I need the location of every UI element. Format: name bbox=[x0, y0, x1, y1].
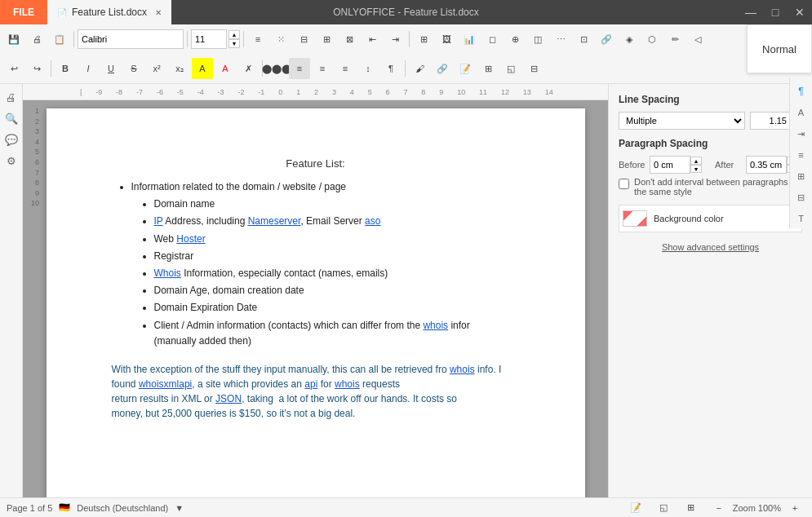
indent-inc[interactable]: ⇥ bbox=[384, 29, 406, 50]
font-color-button[interactable]: A bbox=[215, 58, 236, 79]
link-button[interactable]: 🔗 bbox=[432, 58, 453, 79]
insert-chart[interactable]: 📊 bbox=[459, 29, 480, 50]
font-size-input[interactable] bbox=[191, 29, 227, 49]
doc-tab-close[interactable]: ✕ bbox=[155, 8, 162, 17]
superscript-button[interactable]: x² bbox=[146, 58, 167, 79]
list-button5[interactable]: ⊠ bbox=[339, 29, 360, 50]
whois-link3[interactable]: whois bbox=[335, 378, 360, 390]
status-icon2[interactable]: ◱ bbox=[653, 497, 674, 518]
insert-misc2[interactable]: ◫ bbox=[527, 29, 548, 50]
list-button3[interactable]: ⊟ bbox=[293, 29, 314, 50]
sub-item-3: Web Hoster bbox=[154, 232, 520, 247]
insert-misc1[interactable]: ⊕ bbox=[504, 29, 526, 50]
after-input[interactable] bbox=[746, 156, 787, 174]
whois-link1[interactable]: Whois bbox=[154, 267, 181, 279]
before-up[interactable]: ▲ bbox=[690, 157, 702, 165]
whoisxmlapi-link[interactable]: whoisxmlapi bbox=[139, 378, 192, 390]
insert-misc5[interactable]: 🔗 bbox=[596, 29, 617, 50]
before-input[interactable] bbox=[650, 156, 690, 174]
sub-item-8: Client / Admin information (contacts) wh… bbox=[154, 318, 520, 349]
sidebar-icon-settings[interactable]: ⚙ bbox=[2, 151, 21, 170]
aso-link[interactable]: aso bbox=[365, 215, 380, 227]
underline-button[interactable]: U bbox=[100, 58, 122, 79]
no-interval-checkbox[interactable] bbox=[619, 179, 629, 189]
language-dropdown[interactable]: ▼ bbox=[175, 503, 184, 513]
italic-button[interactable]: I bbox=[78, 58, 99, 79]
right-icon-border[interactable]: ⊞ bbox=[792, 166, 811, 186]
before-label: Before bbox=[619, 160, 643, 170]
close-button[interactable]: ✕ bbox=[788, 0, 812, 24]
copy-style[interactable]: 🖌 bbox=[409, 58, 430, 79]
zoom-in[interactable]: + bbox=[784, 497, 805, 518]
right-icon-columns[interactable]: ⊟ bbox=[792, 188, 811, 207]
ip-link[interactable]: IP bbox=[154, 215, 163, 227]
before-down[interactable]: ▼ bbox=[690, 165, 702, 173]
copy-button[interactable]: 📋 bbox=[49, 29, 70, 50]
insert-misc7[interactable]: ⬡ bbox=[641, 29, 663, 50]
misc-btn2[interactable]: ⊞ bbox=[477, 58, 499, 79]
sidebar-icon-comment[interactable]: 💬 bbox=[2, 130, 21, 149]
title-bar-left: FILE 📄 Feature List.docx ✕ bbox=[0, 0, 171, 24]
api-link[interactable]: api bbox=[304, 378, 317, 390]
right-icon-list[interactable]: ≡ bbox=[792, 145, 811, 165]
insert-shape[interactable]: ◻ bbox=[481, 29, 503, 50]
json-link[interactable]: JSON bbox=[215, 393, 242, 404]
nameserver-link[interactable]: Nameserver bbox=[248, 215, 301, 227]
print-button[interactable]: 🖨 bbox=[26, 29, 47, 50]
advanced-settings-link[interactable]: Show advanced settings bbox=[619, 239, 802, 255]
clear-format-button[interactable]: ✗ bbox=[237, 58, 259, 79]
file-tab[interactable]: FILE bbox=[0, 0, 47, 24]
paragraph-mark[interactable]: ¶ bbox=[380, 58, 402, 79]
right-icon-t[interactable]: T bbox=[792, 209, 811, 228]
align-center[interactable]: ≡ bbox=[289, 58, 310, 79]
list-button2[interactable]: ⁙ bbox=[270, 29, 291, 50]
bold-button[interactable]: B bbox=[55, 58, 76, 79]
align-right[interactable]: ≡ bbox=[312, 58, 333, 79]
sidebar-icon-print[interactable]: 🖨 bbox=[2, 87, 21, 107]
list-button4[interactable]: ⊞ bbox=[316, 29, 337, 50]
align-justify[interactable]: ≡ bbox=[335, 58, 356, 79]
misc-btn4[interactable]: ⊟ bbox=[523, 58, 544, 79]
minimize-button[interactable]: — bbox=[739, 0, 763, 24]
style-badge[interactable]: Normal bbox=[747, 24, 812, 73]
insert-misc9[interactable]: ◁ bbox=[687, 29, 708, 50]
misc-btn3[interactable]: ◱ bbox=[500, 58, 521, 79]
insert-misc4[interactable]: ⊡ bbox=[573, 29, 594, 50]
subscript-button[interactable]: x₂ bbox=[169, 58, 190, 79]
maximize-button[interactable]: □ bbox=[763, 0, 788, 24]
insert-misc8[interactable]: ✏ bbox=[664, 29, 686, 50]
language-flag: 🇩🇪 bbox=[59, 502, 70, 513]
strikethrough-button[interactable]: S bbox=[123, 58, 144, 79]
undo-button[interactable]: ↩ bbox=[3, 58, 24, 79]
track-changes[interactable]: 📝 bbox=[455, 58, 476, 79]
font-size-down[interactable]: ▼ bbox=[229, 39, 240, 48]
highlight-button[interactable]: A bbox=[192, 58, 213, 79]
zoom-out[interactable]: − bbox=[708, 497, 730, 518]
right-icon-paragraph[interactable]: ¶ bbox=[792, 84, 811, 101]
line-spacing-btn[interactable]: ↕ bbox=[357, 58, 379, 79]
status-icon3[interactable]: ⊞ bbox=[681, 497, 702, 518]
hoster-link[interactable]: Hoster bbox=[176, 233, 205, 245]
indent-dec[interactable]: ⇤ bbox=[362, 29, 383, 50]
insert-image[interactable]: 🖼 bbox=[436, 29, 457, 50]
line-spacing-value[interactable] bbox=[750, 112, 791, 130]
doc-tab[interactable]: 📄 Feature List.docx ✕ bbox=[47, 0, 171, 24]
right-icon-tab[interactable]: ⇥ bbox=[792, 124, 811, 144]
save-button[interactable]: 💾 bbox=[3, 29, 24, 50]
insert-misc3[interactable]: ⋯ bbox=[550, 29, 571, 50]
right-icon-font[interactable]: A bbox=[792, 103, 811, 122]
align-left[interactable]: ⬤⬤⬤ bbox=[266, 58, 287, 79]
redo-button[interactable]: ↪ bbox=[26, 58, 47, 79]
insert-misc6[interactable]: ◈ bbox=[619, 29, 640, 50]
status-icon1[interactable]: 📝 bbox=[625, 497, 646, 518]
sidebar-icon-search[interactable]: 🔍 bbox=[2, 108, 21, 128]
whois-link2[interactable]: whois bbox=[423, 320, 448, 331]
doc-scroll[interactable]: 12345678910 Feature List: Information re… bbox=[23, 100, 608, 497]
insert-table[interactable]: ⊞ bbox=[413, 29, 434, 50]
list-button1[interactable]: ≡ bbox=[247, 29, 268, 50]
font-size-up[interactable]: ▲ bbox=[229, 30, 240, 39]
whois-inline-link[interactable]: whois bbox=[450, 364, 475, 375]
font-family-input[interactable] bbox=[78, 29, 184, 49]
background-color-row[interactable]: Background color bbox=[619, 205, 802, 232]
line-spacing-select[interactable]: Multiple bbox=[619, 112, 745, 130]
